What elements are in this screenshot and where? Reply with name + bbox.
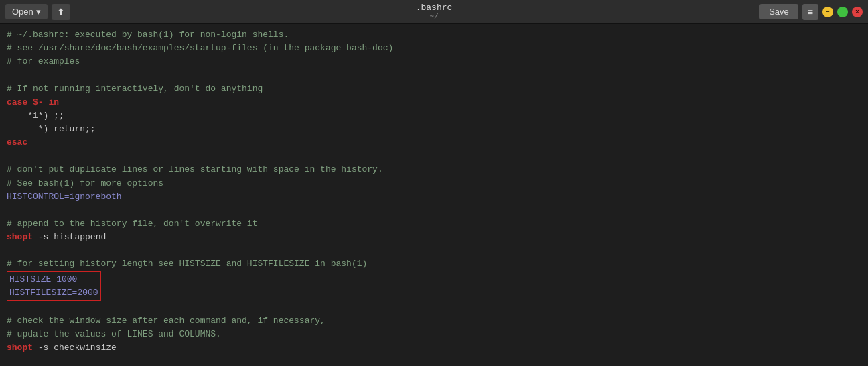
minimize-button[interactable]: −: [822, 7, 833, 17]
upload-icon-button[interactable]: ⬆: [52, 4, 70, 20]
line-6: case $- in: [7, 96, 861, 109]
open-button[interactable]: Open ▾: [5, 4, 48, 19]
open-label: Open: [12, 7, 33, 17]
line-12: # See bash(1) for more options: [7, 177, 861, 190]
line-13: HISTCONTROL=ignoreboth: [7, 190, 861, 204]
line-5: # If not running interactively, don't do…: [7, 82, 861, 96]
line-3: # for examples: [7, 55, 861, 68]
line-20: [7, 301, 861, 314]
titlebar: Open ▾ ⬆ .bashrc ~/ Save ≡ − ×: [0, 0, 868, 24]
upload-icon: ⬆: [57, 7, 65, 17]
line-22: # update the values of LINES and COLUMNS…: [7, 328, 861, 341]
titlebar-right: Save ≡ − ×: [760, 4, 863, 20]
titlebar-center: .bashrc ~/: [416, 3, 453, 21]
open-dropdown-icon: ▾: [36, 7, 41, 17]
editor[interactable]: # ~/.bashrc: executed by bash(1) for non…: [0, 24, 868, 366]
menu-button[interactable]: ≡: [802, 4, 818, 20]
file-subtitle: ~/: [416, 13, 453, 21]
close-button[interactable]: ×: [852, 7, 863, 17]
line-1: # ~/.bashrc: executed by bash(1) for non…: [7, 28, 861, 42]
line-16: shopt -s histappend: [7, 231, 861, 244]
line-7: *i*) ;;: [7, 109, 861, 123]
line-11: # don't put duplicate lines or lines sta…: [7, 163, 861, 176]
line-9: esac: [7, 136, 861, 149]
line-2: # see /usr/share/doc/bash/examples/start…: [7, 42, 861, 55]
maximize-button[interactable]: [837, 7, 848, 17]
titlebar-left: Open ▾ ⬆: [5, 4, 70, 20]
save-button[interactable]: Save: [760, 4, 798, 19]
line-19: HISTSIZE=1000HISTFILESIZE=2000: [7, 271, 101, 301]
line-21: # check the window size after each comma…: [7, 314, 861, 328]
line-15: # append to the history file, don't over…: [7, 217, 861, 231]
line-18: # for setting history length see HISTSIZ…: [7, 257, 861, 271]
line-10: [7, 149, 861, 163]
line-17: [7, 244, 861, 257]
line-8: *) return;;: [7, 123, 861, 136]
line-14: [7, 204, 861, 217]
line-4: [7, 68, 861, 82]
line-23: shopt -s checkwinsize: [7, 341, 861, 355]
line-24: [7, 355, 861, 366]
file-title: .bashrc: [416, 3, 453, 13]
